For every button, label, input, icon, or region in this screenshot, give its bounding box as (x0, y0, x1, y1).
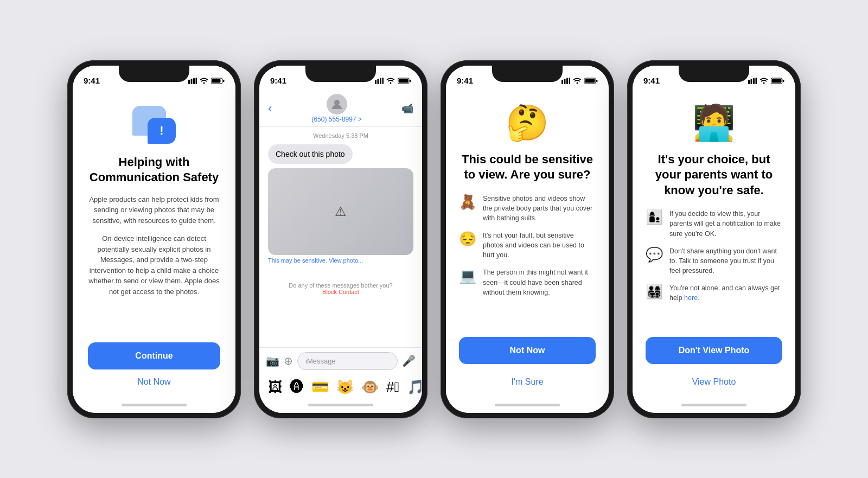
info-row-4-1: 👩‍👦 If you decide to view this, your par… (646, 209, 782, 238)
message-input[interactable]: iMessage (297, 352, 398, 370)
info-row-1: 🧸 Sensitive photos and videos show the p… (459, 194, 596, 223)
svg-rect-31 (772, 79, 782, 82)
swimsuit-emoji: 🧸 (459, 194, 476, 211)
phone2-content: ‹ (650) 555-8997 > 📹 Wednesday 5:38 PM C… (259, 90, 422, 398)
help-link[interactable]: here. (684, 294, 700, 302)
svg-rect-2 (193, 78, 195, 84)
app-bar: 🖼 🅐 💳 😺 🐵 #⃣ 🎵 (259, 374, 422, 398)
time-4: 9:41 (643, 76, 660, 85)
appstore-icon[interactable]: 🅐 (290, 379, 304, 396)
phone-1: 9:41 ! Helping with Communication Safety… (67, 60, 241, 418)
photos-app-icon[interactable]: 🖼 (268, 379, 282, 396)
dont-view-photo-button[interactable]: Don't View Photo (646, 337, 782, 364)
sensitive-text: This may be sensitive. (268, 257, 327, 264)
contact-name[interactable]: (650) 555-8997 > (311, 116, 361, 123)
phone3-title: This could be sensitive to view. Are you… (459, 152, 596, 183)
svg-rect-9 (378, 79, 379, 84)
status-icons-4 (748, 78, 784, 84)
svg-rect-6 (212, 79, 221, 82)
home-bar-4 (681, 404, 746, 406)
applepay-icon[interactable]: 💳 (311, 379, 329, 396)
info-text-3: The person in this might not want it see… (483, 267, 596, 297)
svg-rect-0 (188, 80, 190, 84)
phone1-content: ! Helping with Communication Safety Appl… (73, 90, 235, 398)
info-row-4-3: 👨‍👩‍👧‍👦 You're not alone, and can always… (646, 283, 782, 303)
svg-rect-18 (564, 79, 566, 84)
video-call-icon[interactable]: 📹 (401, 103, 413, 114)
phone4-content: 🧑‍💻 It's your choice, but your parents w… (633, 90, 795, 398)
status-icons-3 (561, 78, 598, 84)
phone1-title: Helping with Communication Safety (88, 155, 220, 186)
svg-rect-15 (410, 80, 411, 82)
svg-rect-28 (756, 78, 757, 84)
svg-rect-11 (382, 78, 384, 84)
status-icons-1 (188, 78, 225, 84)
messages-nav: ‹ (650) 555-8997 > 📹 (259, 90, 422, 127)
msg-bubble: Check out this photo (268, 144, 353, 164)
svg-rect-10 (380, 78, 381, 84)
phone1-body2: On-device intelligence can detect potent… (88, 233, 220, 297)
phone4-title: It's your choice, but your parents want … (646, 152, 782, 199)
phone3-content: 🤔 This could be sensitive to view. Are y… (446, 90, 609, 398)
not-now-button-3[interactable]: Not Now (459, 337, 596, 364)
bubble-front: ! (148, 118, 176, 144)
thinking-emoji: 🤔 (506, 103, 549, 143)
svg-rect-20 (569, 78, 571, 84)
info-row-4-2: 💬 Don't share anything you don't want to… (646, 246, 782, 276)
memoji1-icon[interactable]: 😺 (336, 379, 354, 396)
parent-child-emoji: 👩‍👦 (646, 209, 663, 226)
view-photo-link[interactable]: View photo... (329, 257, 363, 264)
home-bar-3 (495, 404, 560, 406)
memoji2-icon[interactable]: 🐵 (361, 379, 379, 396)
svg-point-29 (763, 82, 765, 84)
thinking-person-emoji: 🧑‍💻 (692, 103, 736, 143)
sensitive-label: This may be sensitive. View photo... (268, 257, 413, 264)
svg-rect-3 (196, 78, 197, 84)
phone-3: 9:41 🤔 This could be sensitive to view. … (441, 60, 614, 418)
info-text-2: It's not your fault, but sensitive photo… (483, 231, 596, 260)
info-text-4-1: If you decide to view this, your parents… (669, 209, 782, 238)
info-row-2: 😔 It's not your fault, but sensitive pho… (459, 231, 596, 260)
family-emoji: 👨‍👩‍👧‍👦 (646, 283, 663, 300)
im-sure-button[interactable]: I'm Sure (511, 377, 543, 387)
not-now-button-1[interactable]: Not Now (137, 377, 170, 387)
svg-point-12 (390, 82, 392, 84)
sad-emoji: 😔 (459, 231, 476, 247)
view-photo-button[interactable]: View Photo (692, 377, 736, 387)
svg-rect-19 (566, 78, 568, 84)
home-indicator-2 (259, 398, 422, 413)
speech-emoji: 💬 (646, 246, 663, 263)
block-contact-link[interactable]: Block Contact (322, 289, 359, 295)
svg-rect-14 (399, 79, 409, 82)
home-bar-1 (122, 404, 187, 406)
warning-icon: ⚠ (335, 204, 347, 219)
exclaim-icon: ! (159, 125, 163, 137)
info-row-3: 💻 The person in this might not want it s… (459, 267, 596, 297)
svg-rect-24 (596, 80, 598, 82)
home-indicator-3 (446, 398, 609, 413)
messages-area: Wednesday 5:38 PM Check out this photo ⚠… (259, 127, 422, 347)
continue-button[interactable]: Continue (88, 342, 220, 369)
msg-timestamp: Wednesday 5:38 PM (268, 132, 413, 139)
hashtag-icon[interactable]: #⃣ (386, 379, 399, 396)
camera-icon[interactable]: 📷 (266, 354, 279, 367)
svg-rect-17 (561, 80, 563, 84)
info-text-4-3: You're not alone, and can always get hel… (669, 283, 782, 303)
home-indicator-4 (633, 398, 795, 413)
svg-point-16 (334, 100, 340, 105)
info-text-1: Sensitive photos and videos show the pri… (483, 194, 596, 223)
home-indicator-1 (73, 398, 235, 413)
apps-icon[interactable]: ⊕ (284, 354, 293, 367)
nav-center: (650) 555-8997 > (311, 94, 361, 123)
messages-input-bar: 📷 ⊕ iMessage 🎤 (259, 347, 422, 374)
back-button[interactable]: ‹ (268, 101, 272, 116)
phone-2: 9:41 ‹ (650) 555-8997 > 📹 (254, 60, 427, 418)
svg-point-21 (577, 82, 578, 84)
audio-icon[interactable]: 🎤 (402, 354, 416, 367)
music-icon[interactable]: 🎵 (407, 379, 422, 396)
phones-container: 9:41 ! Helping with Communication Safety… (67, 60, 801, 418)
laptop-emoji: 💻 (459, 267, 476, 284)
svg-rect-7 (223, 80, 225, 82)
phone-4: 9:41 🧑‍💻 It's your choice, but your pare… (627, 60, 801, 418)
notch-3 (492, 66, 563, 82)
